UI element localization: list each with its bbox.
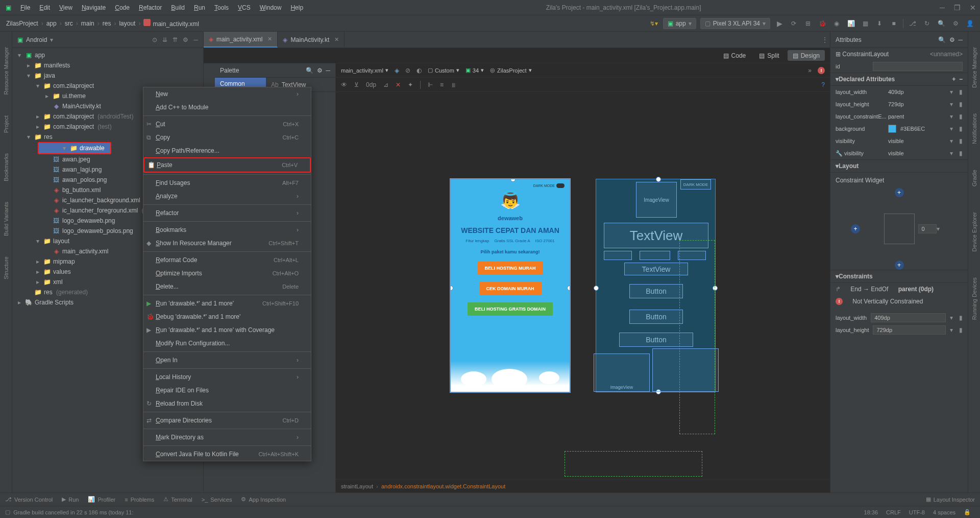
status-icon[interactable]: ▢ <box>5 509 10 515</box>
rail-device-explorer[interactable]: Device Explorer <box>971 212 977 252</box>
breadcrumb-item[interactable]: layout <box>118 20 136 27</box>
tab-main_activity.xml[interactable]: ◈main_activity.xml✕ <box>204 32 278 48</box>
ctx-show-in-resource-manager[interactable]: ◆Show In Resource ManagerCtrl+Shift+T <box>143 237 311 250</box>
search-icon[interactable]: 🔍 <box>938 36 946 43</box>
ctx-copy-path-reference-[interactable]: Copy Path/Reference... <box>143 144 311 157</box>
ctx-compare-directories[interactable]: ⇄Compare DirectoriesCtrl+D <box>143 414 311 427</box>
layout-inspector-button[interactable]: ▦Layout Inspector <box>926 496 975 503</box>
bottom-run[interactable]: ▶Run <box>62 496 79 503</box>
close-button[interactable]: ✕ <box>970 4 976 12</box>
gear-icon[interactable]: ⚙ <box>317 67 323 74</box>
tree-row[interactable]: ▸📁manifests <box>12 60 203 70</box>
ctx-paste[interactable]: 📋PasteCtrl+V <box>144 158 310 172</box>
button-hosting[interactable]: BELI HOSTING MURAH <box>478 262 543 275</box>
rail-structure[interactable]: Structure <box>3 256 9 279</box>
bp-textview-headline[interactable]: TextView <box>604 223 708 248</box>
pack-icon[interactable]: ⫼ <box>451 81 457 88</box>
select-opened-icon[interactable]: ⊙ <box>152 36 157 43</box>
ctx-new[interactable]: New› <box>143 87 311 101</box>
ctx-run-drawable-and-more-with-coverage[interactable]: ▶Run 'drawable.*' and 1 more' with Cover… <box>143 323 311 337</box>
tree-row[interactable]: ▾▣app <box>12 50 203 60</box>
collapse-all-icon[interactable]: ⇈ <box>173 36 178 43</box>
theme-dropdown[interactable]: ◎ ZilasProject ▾ <box>490 67 531 74</box>
maximize-button[interactable]: ❐ <box>954 4 961 12</box>
orientation-icon[interactable]: ⊘ <box>405 67 410 74</box>
ctx-open-in[interactable]: Open In› <box>143 354 311 367</box>
rail-build-variants[interactable]: Build Variants <box>3 202 9 236</box>
view-design[interactable]: ▤Design <box>788 50 825 61</box>
sync-button[interactable]: ↻ <box>922 18 932 29</box>
coverage-button[interactable]: ◉ <box>831 18 842 29</box>
tree-row[interactable]: ▾📁drawable <box>39 143 110 153</box>
ctx-refactor[interactable]: Refactor› <box>143 206 311 220</box>
view-split[interactable]: ▤Split <box>754 50 784 61</box>
guideline-icon[interactable]: ⊩ <box>428 81 433 88</box>
section-declared[interactable]: ▾ Declared Attributes+ − <box>830 73 968 86</box>
clear-icon[interactable]: ✕ <box>396 81 401 88</box>
attr-value[interactable]: visible <box>888 150 946 156</box>
menu-help[interactable]: Help <box>286 2 307 13</box>
attr-value[interactable]: parent <box>888 113 946 120</box>
bp-darkmode[interactable]: DARK MODE <box>680 179 711 190</box>
apply-changes-button[interactable]: ⟳ <box>789 18 799 29</box>
ctx-run-drawable-and-more-[interactable]: ▶Run 'drawable.*' and 1 more'Ctrl+Shift+… <box>143 297 311 310</box>
menu-edit[interactable]: Edit <box>35 2 54 13</box>
attr-value[interactable]: #3EB6EC <box>900 126 946 132</box>
tab-MainActivity.kt[interactable]: ◈MainActivity.kt✕ <box>278 32 345 48</box>
run-button[interactable]: ▶ <box>774 18 785 29</box>
status-eol[interactable]: CRLF <box>882 509 905 515</box>
gear-icon[interactable]: ⚙ <box>183 36 188 43</box>
error-icon[interactable]: ! <box>818 67 825 74</box>
device-dropdown[interactable]: ▢Pixel 3 XL API 34▾ <box>700 18 770 29</box>
device-preview[interactable]: DARK MODE 👼 dewaweb WEBSITE CEPAT DAN AM… <box>450 179 570 392</box>
rail-bookmarks[interactable]: Bookmarks <box>3 153 9 181</box>
ctx-convert-java-file-to-kotlin-file[interactable]: Convert Java File to Kotlin FileCtrl+Alt… <box>143 448 311 461</box>
align-icon[interactable]: ≡ <box>440 81 444 88</box>
bp-button-1[interactable]: Button <box>629 284 683 298</box>
ctx-copy[interactable]: ⧉CopyCtrl+C <box>143 131 311 144</box>
menu-navigate[interactable]: Navigate <box>78 2 110 13</box>
account-icon[interactable]: 👤 <box>965 18 975 29</box>
run-config-dropdown[interactable]: ▣app▾ <box>663 18 696 29</box>
expand-all-icon[interactable]: ⇊ <box>162 36 167 43</box>
bp-imageview-cloud2[interactable] <box>652 348 719 392</box>
sdk-button[interactable]: ⬇ <box>874 18 885 29</box>
ctx-analyze[interactable]: Analyze› <box>143 190 311 203</box>
bottom-problems[interactable]: ≡Problems <box>125 497 154 503</box>
section-layout[interactable]: ▾ Layout <box>830 159 968 173</box>
project-view-dropdown[interactable]: Android <box>26 36 47 43</box>
bottom-services[interactable]: >_Services <box>202 497 232 503</box>
constraint-value-input[interactable] <box>918 224 937 233</box>
nightmode-icon[interactable]: ◐ <box>416 67 422 74</box>
debug-button[interactable]: 🐞 <box>817 18 827 29</box>
ctx-cut[interactable]: ✂CutCtrl+X <box>143 117 311 131</box>
attr-value[interactable]: 729dp <box>888 101 946 107</box>
status-indent[interactable]: 4 spaces <box>929 509 960 515</box>
minimize-button[interactable]: ─ <box>940 4 945 12</box>
menu-refactor[interactable]: Refactor <box>135 2 166 13</box>
rail-notifications[interactable]: Notifications <box>971 113 977 144</box>
button-domain[interactable]: CEK DOMAIN MURAH <box>479 282 542 295</box>
hide-icon[interactable]: ─ <box>193 36 198 43</box>
hide-icon[interactable]: ─ <box>958 36 963 43</box>
attr-input-id[interactable] <box>873 62 963 71</box>
menu-tools[interactable]: Tools <box>210 2 233 13</box>
ctx-reload-from-disk[interactable]: ↻Reload from Disk <box>143 397 311 410</box>
ctx-debug-drawable-and-more-[interactable]: 🐞Debug 'drawable.*' and 1 more' <box>143 310 311 323</box>
menu-view[interactable]: View <box>55 2 77 13</box>
bp-textview-f3[interactable] <box>678 251 706 260</box>
menu-vcs[interactable]: VCS <box>234 2 255 13</box>
bp-textview-f1[interactable] <box>604 251 632 260</box>
constraint-widget[interactable]: + + + ▾ <box>830 188 968 270</box>
bottom-terminal[interactable]: ⚠Terminal <box>163 496 192 503</box>
bp-textview-sub[interactable]: TextView <box>624 263 688 275</box>
bp-imageview-logo[interactable]: ImageView <box>636 182 677 218</box>
ctx-find-usages[interactable]: Find UsagesAlt+F7 <box>143 176 311 190</box>
more-icon[interactable]: » <box>808 67 812 74</box>
avd-button[interactable]: ▦ <box>860 18 870 29</box>
add-attr-icon[interactable]: + <box>952 76 955 83</box>
menu-build[interactable]: Build <box>167 2 189 13</box>
ctx-repair-ide-on-files[interactable]: Repair IDE on Files <box>143 384 311 397</box>
magnet-icon[interactable]: ⊻ <box>354 81 359 88</box>
ctx-optimize-imports[interactable]: Optimize ImportsCtrl+Alt+O <box>143 267 311 280</box>
